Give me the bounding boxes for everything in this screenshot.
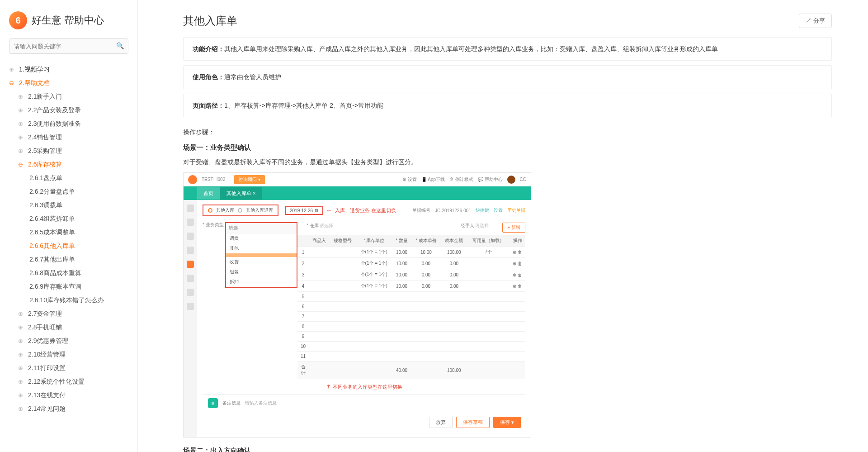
shot-bill-meta: 单据编号 JC-20191226-001 快捷键 设置 历史单据 <box>412 207 525 214</box>
table-row-total: 合计40.00100.00 <box>297 362 525 379</box>
remarks-icon: ≡ <box>208 398 218 408</box>
info-label: 使用角色： <box>193 73 224 81</box>
shot-top-right: ⚙ 设置 📱 App下载 ⏱ 倒计模式 💬 帮助中心 CC <box>402 176 526 184</box>
table-row: 9 <box>297 332 525 342</box>
info-box-function: 功能介绍：其他入库单用来处理除采购入库、产成品入库之外的其他入库业务，因此其他入… <box>183 37 832 61</box>
search-wrap: 🔍 <box>9 38 128 54</box>
nav-video-learning[interactable]: ⊕1.视频学习 <box>9 63 128 76</box>
table-row: 10 <box>297 342 525 352</box>
nav-2-2[interactable]: ⊕2.2产品安装及登录 <box>9 104 128 117</box>
shot-content: 其他入库 其他入库退库 2019-12-26 🗓 ← 入库、退货业务 在这里切换… <box>197 200 531 437</box>
title-row: 其他入库单 ↗ 分享 <box>183 14 832 28</box>
nav-2-6-8[interactable]: 2.6.8商品成本重算 <box>9 266 128 280</box>
shot-footer: 放弃 保存草稿 保存 ▾ <box>203 412 525 433</box>
info-label: 页面路径： <box>193 102 224 109</box>
search-input[interactable] <box>9 38 128 54</box>
shot-logo-icon <box>188 175 197 184</box>
nav-2-6-4[interactable]: 2.6.4组装拆卸单 <box>9 212 128 226</box>
table-row: 2个(1个 = 1个)10.000.000.00⊕ 🗑 <box>297 258 525 269</box>
info-text: 1、库存核算->库存管理->其他入库单 2、首页->常用功能 <box>224 102 383 109</box>
nav-2-14[interactable]: ⊕2.14常见问题 <box>9 402 128 416</box>
radio-group-annotated: 其他入库 其他入库退库 <box>203 205 278 216</box>
nav-dot-icon <box>187 289 194 296</box>
info-text: 其他入库单用来处理除采购入库、产成品入库之外的其他入库业务，因此其他入库单可处理… <box>224 45 718 52</box>
plus-icon: ⊕ <box>18 147 25 155</box>
plus-icon: ⊕ <box>18 134 25 141</box>
btn-cancel: 放弃 <box>429 417 453 428</box>
scene2-title: 场景二：出入方向确认 <box>183 447 832 452</box>
table-row: 3个(1个 = 1个)10.000.000.00⊕ 🗑 <box>297 269 525 281</box>
avatar-icon <box>507 176 515 184</box>
shot-header: TEST-H002 咨询顾问 ▾ ⚙ 设置 📱 App下载 ⏱ 倒计模式 💬 帮… <box>184 173 531 186</box>
table-row: 8 <box>297 322 525 332</box>
nav-dot-icon <box>187 275 194 282</box>
shot-help-link: 💬 帮助中心 <box>478 176 503 183</box>
ops-label: 操作步骤： <box>183 128 832 137</box>
radio-dot-icon <box>238 208 242 213</box>
nav-2-6-1[interactable]: 2.6.1盘点单 <box>9 171 128 185</box>
search-icon[interactable]: 🔍 <box>116 42 124 49</box>
shot-row1: 其他入库 其他入库退库 2019-12-26 🗓 ← 入库、退货业务 在这里切换… <box>203 205 525 216</box>
plus-icon: ⊕ <box>18 93 25 100</box>
plus-icon: ⊕ <box>18 405 25 413</box>
nav-help-docs[interactable]: ⊖2.帮助文档 <box>9 76 128 90</box>
nav-dot-icon <box>187 205 194 212</box>
dropdown-annotated: 请选 调盘 其他 收货 组装 拆卸 <box>225 222 297 288</box>
info-box-role: 使用角色：通常由仓管人员维护 <box>183 65 832 89</box>
nav-dot-icon <box>187 247 194 254</box>
main-content: 其他入库单 ↗ 分享 功能介绍：其他入库单用来处理除采购入库、产成品入库之外的其… <box>138 0 868 452</box>
sidebar: 6 好生意 帮助中心 🔍 ⊕1.视频学习 ⊖2.帮助文档 ⊕2.1新手入门 ⊕2… <box>0 0 138 452</box>
info-box-path: 页面路径：1、库存核算->库存管理->其他入库单 2、首页->常用功能 <box>183 94 832 117</box>
scene1-title: 场景一：业务类型确认 <box>183 143 832 152</box>
nav-2-6-6[interactable]: 2.6.6其他入库单 <box>9 239 128 253</box>
nav-2-12[interactable]: ⊕2.12系统个性化设置 <box>9 375 128 389</box>
plus-icon: ⊕ <box>18 351 25 358</box>
dropdown-item: 组装 <box>226 267 297 277</box>
plus-icon: ⊕ <box>18 310 25 318</box>
shot-tab-home: 首页 <box>197 187 220 200</box>
share-button[interactable]: ↗ 分享 <box>799 14 832 28</box>
nav-2-6-7[interactable]: 2.6.7其他出库单 <box>9 253 128 266</box>
shot-tab-current: 其他入库单 × <box>220 187 262 200</box>
remarks-label: 备注信息 <box>222 400 241 406</box>
table-row: 6 <box>297 302 525 312</box>
nav-2-6-9[interactable]: 2.6.9库存账本查询 <box>9 280 128 294</box>
screenshot-figure: TEST-H002 咨询顾问 ▾ ⚙ 设置 📱 App下载 ⏱ 倒计模式 💬 帮… <box>183 172 531 438</box>
nav-2-6-3[interactable]: 2.6.3调拨单 <box>9 199 128 212</box>
nav-tree: ⊕1.视频学习 ⊖2.帮助文档 ⊕2.1新手入门 ⊕2.2产品安装及登录 ⊕2.… <box>9 63 128 416</box>
scene1-desc: 对于受赠、盘盈或是拆装入库等不同的业务，是通过单据头【业务类型】进行区分。 <box>183 157 832 168</box>
nav-2-1[interactable]: ⊕2.1新手入门 <box>9 90 128 104</box>
nav-2-11[interactable]: ⊕2.11打印设置 <box>9 362 128 375</box>
shot-left-nav <box>184 200 197 437</box>
nav-2-4[interactable]: ⊕2.4销售管理 <box>9 131 128 144</box>
nav-2-7[interactable]: ⊕2.7资金管理 <box>9 307 128 321</box>
brand-logo-icon: 6 <box>9 11 27 29</box>
nav-2-3[interactable]: ⊕2.3使用前数据准备 <box>9 117 128 131</box>
nav-2-6-5[interactable]: 2.6.5成本调整单 <box>9 226 128 239</box>
plus-icon: ⊕ <box>18 338 25 345</box>
nav-2-6[interactable]: ⊖2.6库存核算 <box>9 158 128 171</box>
dropdown-item: 调盘 <box>226 233 297 243</box>
page-title: 其他入库单 <box>183 14 237 28</box>
dropdown-header: 请选 <box>226 223 297 233</box>
add-row-btn: + 新增 <box>502 223 525 233</box>
plus-icon: ⊕ <box>9 66 16 73</box>
nav-2-9[interactable]: ⊕2.9优惠券管理 <box>9 334 128 348</box>
minus-icon: ⊖ <box>18 161 25 168</box>
nav-2-6-10[interactable]: 2.6.10库存账本错了怎么办 <box>9 294 128 307</box>
shot-context: TEST-H002 <box>202 177 225 182</box>
nav-2-13[interactable]: ⊕2.13在线支付 <box>9 389 128 402</box>
info-label: 功能介绍： <box>193 45 224 52</box>
table-row: 7 <box>297 312 525 322</box>
nav-2-10[interactable]: ⊕2.10经营管理 <box>9 348 128 362</box>
brand-title: 好生意 帮助中心 <box>32 14 104 27</box>
shot-tabs: 首页 其他入库单 × <box>184 186 531 200</box>
nav-2-5[interactable]: ⊕2.5采购管理 <box>9 144 128 158</box>
arrow-icon: ↗ <box>324 382 332 391</box>
nav-2-8[interactable]: ⊕2.8手机旺铺 <box>9 321 128 334</box>
arrow-icon: ← <box>326 207 332 214</box>
btn-save: 保存 ▾ <box>493 417 521 428</box>
nav-2-6-2[interactable]: 2.6.2分量盘点单 <box>9 185 128 199</box>
info-text: 通常由仓管人员维护 <box>224 73 281 81</box>
table-row: 5 <box>297 292 525 302</box>
